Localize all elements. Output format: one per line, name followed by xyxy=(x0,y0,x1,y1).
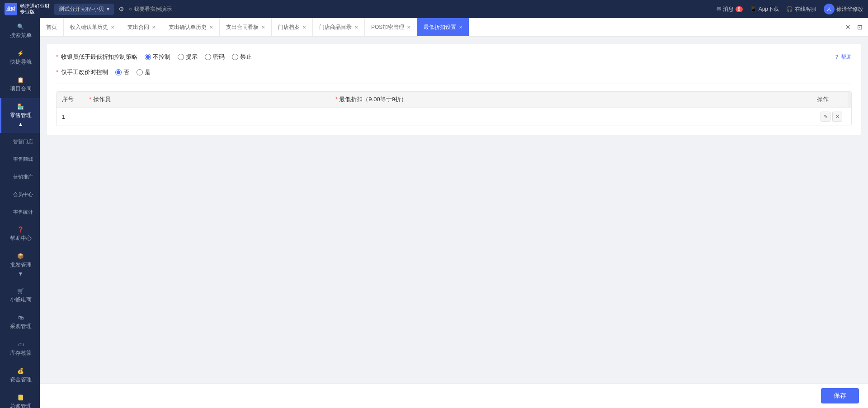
tab-bar-actions: ✕ ⊡ xyxy=(840,22,868,33)
tab-min-discount[interactable]: 最低折扣设置 ✕ xyxy=(417,18,469,36)
logo-text: 畅捷通好业财 专业版 xyxy=(20,3,50,15)
radio-no-control[interactable]: 不控制 xyxy=(145,53,170,61)
tab-pay-confirm[interactable]: 支出确认单历史 ✕ xyxy=(162,18,220,36)
maximize-tab-button[interactable]: ⊡ xyxy=(855,22,864,33)
sidebar-item-batch-manage[interactable]: 📦 批发管理 ▼ xyxy=(0,248,40,282)
sidebar-item-member-center[interactable]: 会员中心 xyxy=(0,186,40,203)
service-icon: 🎧 xyxy=(786,6,793,12)
purchase-icon: 🛍 xyxy=(18,314,24,321)
form-divider xyxy=(56,84,852,84)
col-operator-header: * 操作员 xyxy=(84,92,330,107)
sidebar-item-purchase[interactable]: 🛍 采购管理 xyxy=(0,309,40,336)
tab-close-store-products[interactable]: ✕ xyxy=(354,25,358,30)
table-row: 1 ✎ ✕ xyxy=(57,108,851,126)
manual-price-label: * 仅手工改价时控制 xyxy=(56,68,108,76)
sidebar-item-retail-mall[interactable]: 零售商城 xyxy=(0,150,40,168)
demo-icon: ○ xyxy=(129,6,132,12)
col-seq-header: 序号 xyxy=(57,92,84,107)
batch-icon: 📦 xyxy=(17,253,24,259)
project-selector[interactable]: 测试分开完程-小贝 ▾ xyxy=(54,4,114,15)
radio-hint[interactable]: 提示 xyxy=(178,53,198,61)
sidebar-item-marketing[interactable]: 营销推广 xyxy=(0,168,40,186)
tab-close-pay-confirm[interactable]: ✕ xyxy=(209,25,213,30)
col-discount-header: * 最低折扣（9.00等于9折） xyxy=(330,92,811,107)
tab-home[interactable]: 首页 xyxy=(40,18,64,36)
settings-card: * 收银员低于最低折扣控制策略 不控制 提示 xyxy=(47,44,861,135)
tab-store-file[interactable]: 门店档案 ✕ xyxy=(272,18,313,36)
sidebar-item-help-center[interactable]: ❓ 帮助中心 xyxy=(0,221,40,248)
tab-close-pay-contract-view[interactable]: ✕ xyxy=(261,25,265,30)
delete-row-button[interactable]: ✕ xyxy=(832,112,842,122)
sidebar-item-inventory[interactable]: 🗃 库存核算 xyxy=(0,336,40,362)
tab-bar: 首页 收入确认单历史 ✕ 支出合同 ✕ 支出确认单历史 ✕ 支出合同看板 ✕ 门… xyxy=(40,18,868,37)
manual-price-row: * 仅手工改价时控制 否 是 xyxy=(56,68,852,76)
tab-close-store-file[interactable]: ✕ xyxy=(302,25,306,30)
contract-icon: 📋 xyxy=(17,77,24,83)
save-button[interactable]: 保存 xyxy=(821,388,859,403)
sidebar-item-search[interactable]: 🔍 搜索菜单 xyxy=(0,18,40,45)
edit-row-button[interactable]: ✎ xyxy=(821,112,830,122)
user-profile-button[interactable]: 人 徐泽华修改 xyxy=(824,4,863,14)
inventory-icon: 🗃 xyxy=(18,341,24,347)
ecommerce-icon: 🛒 xyxy=(17,288,24,294)
control-strategy-row: * 收银员低于最低折扣控制策略 不控制 提示 xyxy=(56,53,852,61)
app-download-button[interactable]: 📱 App下载 xyxy=(750,5,779,13)
sidebar-item-ecommerce[interactable]: 🛒 小畅电商 xyxy=(0,282,40,309)
arrow-up-icon: ▲ xyxy=(18,121,24,127)
discount-table: 序号 * 操作员 * 最低折扣（9.00等于9折） 操作 xyxy=(56,91,852,126)
message-icon: ✉ xyxy=(717,6,721,12)
row-action: ✎ ✕ xyxy=(815,108,851,125)
tab-close-income-confirm[interactable]: ✕ xyxy=(111,25,114,30)
manual-price-radio-group: 否 是 xyxy=(115,68,151,76)
help-link[interactable]: ？ 帮助 xyxy=(834,53,852,61)
tab-income-confirm[interactable]: 收入确认单历史 ✕ xyxy=(64,18,121,36)
control-strategy-radio-group: 不控制 提示 密码 禁止 xyxy=(145,53,252,61)
sidebar-item-quick-nav[interactable]: ⚡ 快捷导航 xyxy=(0,45,40,71)
online-service-button[interactable]: 🎧 在线客服 xyxy=(786,5,816,13)
tab-close-pos-manage[interactable]: ✕ xyxy=(407,25,410,30)
topbar-settings-icon[interactable]: ⚙ xyxy=(118,5,124,13)
page-content: * 收银员低于最低折扣控制策略 不控制 提示 xyxy=(40,37,868,383)
radio-password[interactable]: 密码 xyxy=(205,53,225,61)
close-tab-button[interactable]: ✕ xyxy=(844,22,853,33)
sidebar-item-smart-store[interactable]: 智营门店 xyxy=(0,133,40,150)
sidebar-item-project-contract[interactable]: 📋 项目合同 xyxy=(0,71,40,98)
quick-nav-icon: ⚡ xyxy=(17,50,24,56)
message-badge: 8 xyxy=(736,6,743,12)
tab-pay-contract[interactable]: 支出合同 ✕ xyxy=(121,18,162,36)
search-icon: 🔍 xyxy=(17,23,24,30)
table-header: 序号 * 操作员 * 最低折扣（9.00等于9折） 操作 xyxy=(57,92,851,108)
logo-icon: 业财 xyxy=(5,3,17,15)
message-button[interactable]: ✉ 消息 8 xyxy=(717,5,743,13)
page-footer: 保存 xyxy=(40,383,868,408)
action-icons: ✎ ✕ xyxy=(821,112,846,122)
row-operator xyxy=(84,113,331,120)
app-logo: 业财 畅捷通好业财 专业版 xyxy=(5,3,50,15)
row-seq: 1 xyxy=(57,110,84,124)
avatar: 人 xyxy=(824,4,835,14)
sidebar-item-fund[interactable]: 💰 资金管理 xyxy=(0,362,40,389)
table-body: 1 ✎ ✕ xyxy=(57,108,851,126)
radio-yes[interactable]: 是 xyxy=(137,68,151,76)
tab-pos-manage[interactable]: POS加密管理 ✕ xyxy=(365,18,417,36)
content-area: 首页 收入确认单历史 ✕ 支出合同 ✕ 支出确认单历史 ✕ 支出合同看板 ✕ 门… xyxy=(40,18,868,408)
tab-pay-contract-view[interactable]: 支出合同看板 ✕ xyxy=(220,18,272,36)
ledger-icon: 📒 xyxy=(17,394,24,401)
help-icon: ❓ xyxy=(17,226,24,233)
topbar-right: ✉ 消息 8 📱 App下载 🎧 在线客服 人 徐泽华修改 xyxy=(717,4,863,14)
sidebar-item-ledger[interactable]: 📒 总账管理 xyxy=(0,389,40,408)
tab-close-min-discount[interactable]: ✕ xyxy=(459,25,462,30)
col-action-header: 操作 xyxy=(811,92,848,107)
sidebar-item-retail-manage[interactable]: 🏪 零售管理 ▲ xyxy=(0,98,40,133)
download-icon: 📱 xyxy=(750,6,757,12)
sidebar-item-retail-stats[interactable]: 零售统计 xyxy=(0,203,40,221)
topbar: 业财 畅捷通好业财 专业版 测试分开完程-小贝 ▾ ⚙ ○ 我要看实例演示 ✉ … xyxy=(0,0,868,18)
tab-close-pay-contract[interactable]: ✕ xyxy=(152,25,156,30)
scrollbar-stub xyxy=(848,92,851,107)
demo-button[interactable]: ○ 我要看实例演示 xyxy=(129,5,172,13)
radio-no[interactable]: 否 xyxy=(115,68,129,76)
arrow-down-icon: ▼ xyxy=(18,271,24,277)
radio-forbid[interactable]: 禁止 xyxy=(232,53,252,61)
tab-store-products[interactable]: 门店商品目录 ✕ xyxy=(313,18,365,36)
control-strategy-label: * 收银员低于最低折扣控制策略 xyxy=(56,53,137,61)
